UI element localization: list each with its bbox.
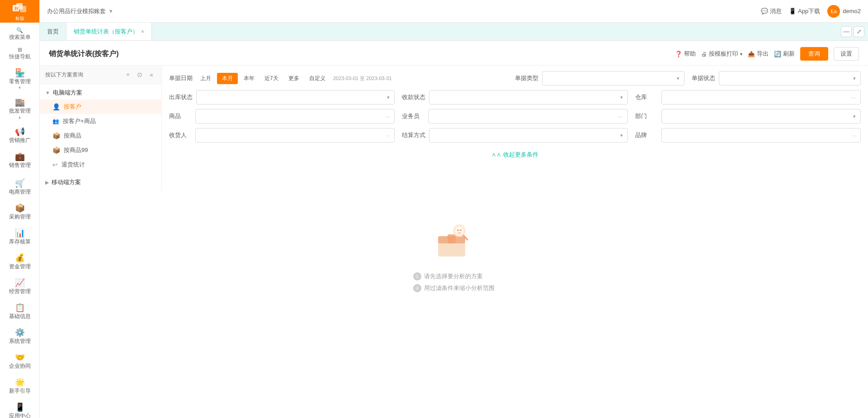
sidebar-finance-label: 资金管理	[9, 263, 31, 271]
out-status-dropdown[interactable]: ▾	[196, 90, 395, 104]
ecommerce-icon: 🛒	[15, 178, 25, 188]
date-btn-more[interactable]: 更多	[284, 73, 303, 84]
sidebar-quick-nav[interactable]: ⊞ 快捷导航	[0, 44, 39, 62]
export-button[interactable]: 📤 导出	[748, 50, 769, 58]
scheme-pc-label: 电脑端方案	[53, 89, 82, 97]
product-label: 商品	[169, 112, 192, 120]
return-icon: ↩	[52, 161, 58, 168]
collapse-row[interactable]: ∧∧ 收起更多条件	[169, 147, 861, 162]
filter-collect-status-item: 收款状态 ▾	[402, 90, 627, 104]
payment-dropdown[interactable]: ▾	[429, 128, 627, 142]
message-icon: 💬	[761, 8, 768, 14]
main-area: 办公用品行业模拟账套 ▾ 💬 消息 📱 App下载 Ea demo2 首页	[40, 0, 868, 418]
salesperson-input[interactable]: ···	[428, 109, 627, 124]
date-btn-last-month[interactable]: 上月	[196, 73, 215, 84]
doc-status-dropdown[interactable]: ▾	[719, 71, 861, 86]
page-actions: ❓ 帮助 🖨 按模板打印 ▾ 📤 导出 🔄 刷新 查询 设置	[675, 47, 859, 61]
sidebar-newbie-label: 新手引导	[9, 387, 31, 395]
sidebar-item-retail[interactable]: 🏪 零售管理 ▼	[0, 64, 39, 94]
filter-doc-type-item: 单据类型 ▾	[515, 71, 684, 86]
scheme-collapse-button[interactable]: «	[147, 70, 156, 79]
sidebar-search-item[interactable]: 🔍 搜索菜单	[0, 23, 39, 44]
industry-dropdown-icon[interactable]: ▾	[109, 8, 113, 14]
date-btn-7days[interactable]: 近7天	[260, 73, 283, 84]
tab-close-button[interactable]: ×	[141, 28, 144, 35]
message-button[interactable]: 💬 消息	[761, 7, 782, 15]
scheme-item-product99[interactable]: 📦 按商品99	[40, 143, 161, 157]
dept-dropdown[interactable]: ▾	[661, 109, 861, 124]
tab-maximize-button[interactable]: ⤢	[854, 26, 864, 37]
sidebar-item-sales[interactable]: 💼 销售管理	[0, 148, 39, 173]
avatar: Ea	[827, 5, 840, 18]
gear-icon: ⊙	[137, 71, 142, 78]
settings-button[interactable]: 设置	[834, 47, 859, 61]
sidebar-inventory-label: 库存核算	[9, 238, 31, 246]
sidebar-item-purchase[interactable]: 📦 采购管理	[0, 200, 39, 224]
tab-active[interactable]: 销货单统计表（按客户） ×	[66, 23, 152, 40]
sidebar-item-operations[interactable]: 📈 经营管理	[0, 274, 39, 299]
tab-minimize-button[interactable]: —	[841, 26, 852, 37]
sidebar-item-ecommerce[interactable]: 🛒 电商管理	[0, 175, 39, 200]
doc-type-label: 单据类型	[515, 74, 538, 82]
scheme-item-by-product[interactable]: 📦 按商品	[40, 128, 161, 143]
filter-out-status-item: 出库状态 ▾	[169, 90, 395, 104]
sidebar-wholesale-label: 批发管理	[9, 107, 31, 115]
sidebar-item-inventory[interactable]: 📊 库存核算	[0, 224, 39, 249]
page-content: 销货单统计表(按客户) ❓ 帮助 🖨 按模板打印 ▾ 📤 导出 🔄 刷新	[40, 41, 868, 418]
sidebar-retail-label: 零售管理	[9, 78, 31, 86]
sidebar-item-newbie[interactable]: 🌟 新手引导	[0, 374, 39, 399]
system-icon: ⚙️	[15, 328, 25, 337]
svg-rect-2	[20, 6, 26, 12]
filter-row-1: 单据日期 上月 本月 本年 近7天 更多 自定义 2023-03-01 至 20…	[169, 71, 861, 86]
chevron-up-icon: ▲	[18, 115, 22, 119]
wholesale-icon: 🏬	[15, 97, 25, 107]
scheme-header: 按以下方案查询 ＋ ⊙ «	[40, 66, 161, 84]
sidebar-marketing-label: 营销推广	[9, 137, 31, 144]
sidebar-item-marketing[interactable]: 📢 营销推广	[0, 123, 39, 148]
warehouse-input[interactable]: ···	[661, 90, 861, 104]
appcenter-icon: 📱	[15, 402, 25, 412]
svg-rect-6	[448, 234, 456, 243]
refresh-button[interactable]: 🔄 刷新	[774, 50, 795, 58]
sidebar-item-basic[interactable]: 📋 基础信息	[0, 299, 39, 324]
sidebar-item-finance[interactable]: 💰 资金管理	[0, 249, 39, 274]
top-header-left: 办公用品行业模拟账套 ▾	[47, 7, 113, 15]
app-download-button[interactable]: 📱 App下载	[789, 7, 820, 15]
sidebar-item-appcenter[interactable]: 📱 应用中心	[0, 399, 39, 418]
doc-type-dropdown[interactable]: ▾	[542, 71, 684, 86]
sidebar-item-wholesale[interactable]: 🏬 批发管理 ▲	[0, 94, 39, 123]
sidebar-item-system[interactable]: ⚙️ 系统管理	[0, 324, 39, 349]
page-header: 销货单统计表(按客户) ❓ 帮助 🖨 按模板打印 ▾ 📤 导出 🔄 刷新	[40, 41, 868, 66]
hint-text-1: 请先选择要分析的方案	[424, 271, 483, 282]
scheme-add-button[interactable]: ＋	[123, 70, 132, 79]
sidebar-system-label: 系统管理	[9, 337, 31, 345]
sidebar-basic-label: 基础信息	[9, 313, 31, 320]
brand-input[interactable]: ···	[661, 128, 861, 142]
scheme-item-customer-product[interactable]: 👥 按客户+商品	[40, 114, 161, 128]
scheme-group-mobile-title[interactable]: ▶ 移动端方案	[40, 176, 161, 189]
scheme-group-pc-title[interactable]: ▼ 电脑端方案	[40, 86, 161, 100]
scheme-settings-button[interactable]: ⊙	[135, 70, 144, 79]
product-input[interactable]: ···	[195, 109, 395, 124]
scheme-item-by-customer[interactable]: 👤 按客户	[40, 100, 161, 114]
user-info[interactable]: Ea demo2	[827, 5, 861, 18]
date-range-display: 2023-03-01 至 2023-03-31	[333, 75, 392, 82]
scheme-group-pc: ▼ 电脑端方案 👤 按客户 👥 按客户+商品 📦 按商品	[40, 84, 161, 174]
filter-warehouse-item: 仓库 ···	[635, 90, 861, 104]
enterprise-icon: 🤝	[15, 352, 25, 362]
sidebar-item-enterprise[interactable]: 🤝 企业协同	[0, 349, 39, 374]
query-button[interactable]: 查询	[800, 47, 828, 61]
salesperson-label: 业务员	[402, 112, 425, 120]
sidebar-sales-label: 销售管理	[9, 162, 31, 169]
page-title: 销货单统计表(按客户)	[49, 49, 119, 59]
collect-status-dropdown[interactable]: ▾	[429, 90, 627, 104]
date-btn-this-month[interactable]: 本月	[217, 73, 238, 84]
help-button[interactable]: ❓ 帮助	[675, 50, 696, 58]
date-btn-custom[interactable]: 自定义	[305, 73, 330, 84]
template-print-button[interactable]: 🖨 按模板打印 ▾	[701, 50, 742, 58]
sidebar-ecommerce-label: 电商管理	[9, 188, 31, 196]
receiver-input[interactable]: ···	[195, 128, 395, 142]
tab-home[interactable]: 首页	[40, 23, 66, 40]
scheme-item-return-stats[interactable]: ↩ 退货统计	[40, 157, 161, 172]
date-btn-this-year[interactable]: 本年	[240, 73, 259, 84]
